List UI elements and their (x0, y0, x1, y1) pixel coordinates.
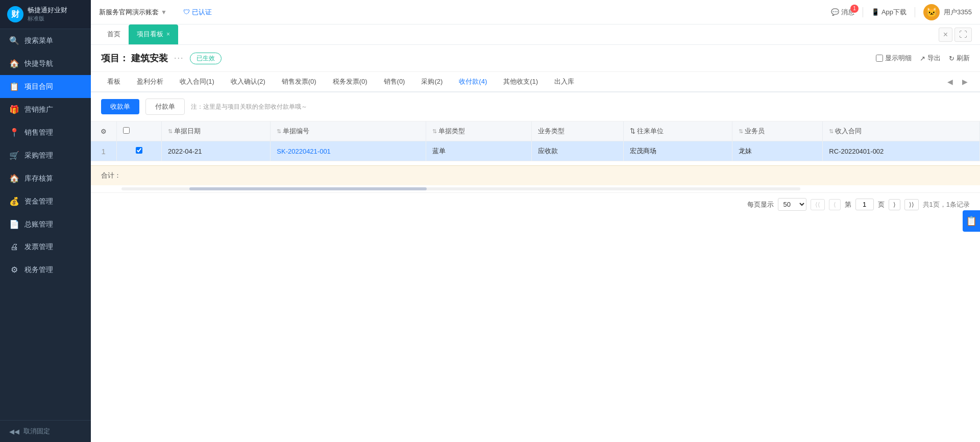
table-header-row: ⚙ 单据日期 单据编号 单据类型 业务类型 ⇅ 往来单位 业务员 收 (91, 121, 980, 141)
sidebar-item-purchase-mgmt[interactable]: 🛒 采购管理 (0, 144, 91, 167)
tab-home-label: 首页 (107, 30, 120, 39)
subnav-item-purchase[interactable]: 采购(2) (413, 72, 451, 92)
type-header[interactable]: 单据类型 (426, 121, 532, 141)
messages-button[interactable]: 💬 消息 1 (831, 8, 854, 17)
sidebar-item-ledger[interactable]: 📄 总账管理 (0, 213, 91, 236)
subnav-item-sales-invoice[interactable]: 销售发票(0) (274, 72, 325, 92)
select-all-checkbox[interactable] (123, 127, 130, 134)
checkbox-header[interactable] (116, 121, 162, 141)
project-more-button[interactable]: ··· (174, 54, 184, 63)
sidebar-item-sales-mgmt[interactable]: 📍 销售管理 (0, 121, 91, 144)
app-name: 畅捷通好业财 (28, 6, 67, 15)
sidebar-item-label: 税务管理 (24, 265, 53, 275)
subnav-item-sales[interactable]: 销售(0) (376, 72, 413, 92)
show-detail-action[interactable]: 显示明细 (876, 54, 912, 63)
sidebar-item-marketing[interactable]: 🎁 营销推广 (0, 98, 91, 121)
sidebar-item-project-contract[interactable]: 📋 项目合同 (0, 75, 91, 98)
sort-icon: ⇅ (630, 127, 638, 135)
float-panel-icon[interactable]: 📋 (963, 210, 980, 232)
income-contract-header[interactable]: 收入合同 (823, 121, 980, 141)
app-download-button[interactable]: 📱 App下载 (871, 8, 906, 17)
row-code-link[interactable]: SK-20220421-001 (277, 148, 331, 155)
fullscreen-button[interactable]: ⛶ (954, 28, 972, 42)
unpin-button[interactable]: ◀◀ 取消固定 (0, 420, 91, 442)
scrollbar-thumb[interactable] (189, 187, 427, 190)
topbar-right: 💬 消息 1 📱 App下载 🐱 用户3355 (831, 4, 972, 20)
export-button[interactable]: ↗ 导出 (920, 54, 941, 63)
salesperson-header[interactable]: 业务员 (732, 121, 823, 141)
subnav-item-income-confirm[interactable]: 收入确认(2) (223, 72, 274, 92)
subnav-item-receipts[interactable]: 收付款(4) (451, 72, 495, 92)
subnav-item-other-receipts[interactable]: 其他收支(1) (495, 72, 546, 92)
settings-header[interactable]: ⚙ (91, 121, 116, 141)
tab-home[interactable]: 首页 (99, 24, 129, 44)
project-status-badge: 已生效 (190, 53, 222, 64)
gear-icon[interactable]: ⚙ (101, 128, 107, 135)
show-detail-checkbox[interactable] (876, 55, 883, 62)
tab-project-board[interactable]: 项目看板 × (129, 24, 178, 44)
row-type: 蓝单 (426, 141, 532, 161)
sidebar-item-search[interactable]: 🔍 搜索菜单 (0, 29, 91, 52)
contract-icon: 📋 (9, 82, 19, 91)
topbar-left: 新服务官网演示账套 ▼ 🛡 已认证 (99, 8, 826, 17)
sidebar-item-quick-nav[interactable]: 🏠 快捷导航 (0, 52, 91, 75)
account-selector[interactable]: 新服务官网演示账套 ▼ (99, 8, 167, 17)
subnav-item-in-out[interactable]: 出入库 (546, 72, 582, 92)
last-page-button[interactable]: ⟩⟩ (904, 199, 919, 210)
partner-header[interactable]: ⇅ 往来单位 (623, 121, 732, 141)
sidebar: 财 畅捷通好业财 标准版 🔍 搜索菜单 🏠 快捷导航 📋 项目合同 🎁 营销推广… (0, 0, 91, 442)
pagination: 每页显示 50 10 20 100 ⟨⟨ ⟨ 第 页 ⟩ ⟩⟩ 共1页，1条记录 (91, 192, 980, 216)
page-size-select[interactable]: 50 10 20 100 (778, 198, 806, 211)
sidebar-item-label: 库存核算 (24, 174, 53, 183)
row-partner: 宏茂商场 (623, 141, 732, 161)
subnav-prev-arrow[interactable]: ◀ (943, 75, 957, 89)
date-header[interactable]: 单据日期 (162, 121, 271, 141)
divider2 (915, 7, 915, 17)
mobile-icon: 📱 (871, 8, 879, 16)
message-icon: 💬 (831, 8, 839, 16)
tab-close-icon[interactable]: × (166, 31, 170, 38)
page-suffix: 页 (878, 200, 885, 209)
refresh-label: 刷新 (957, 54, 970, 63)
subnav-item-kanban[interactable]: 看板 (99, 72, 129, 92)
close-window-button[interactable]: × (939, 28, 952, 42)
refresh-button[interactable]: ↻ 刷新 (949, 54, 970, 63)
subnav: 看板 盈利分析 收入合同(1) 收入确认(2) 销售发票(0) 税务发票(0) … (91, 72, 980, 92)
total-info: 共1页，1条记录 (923, 200, 970, 209)
receipt-tab-button[interactable]: 收款单 (101, 99, 139, 114)
project-header: 项目： 建筑安装 ··· 已生效 显示明细 ↗ 导出 ↻ 刷新 (91, 45, 980, 72)
prev-page-button[interactable]: ⟨ (829, 199, 841, 210)
avatar: 🐱 (923, 4, 940, 20)
row-checkbox-cell[interactable] (116, 141, 162, 161)
page-number-input[interactable] (855, 199, 874, 210)
sidebar-item-invoice-mgmt[interactable]: 🖨 发票管理 (0, 236, 91, 258)
sidebar-item-label: 采购管理 (24, 151, 53, 160)
row-salesperson: 龙妹 (732, 141, 823, 161)
row-biz-type: 应收款 (532, 141, 623, 161)
row-code[interactable]: SK-20220421-001 (271, 141, 426, 161)
code-header[interactable]: 单据编号 (271, 121, 426, 141)
payment-tab-button[interactable]: 付款单 (145, 99, 185, 115)
app-version: 标准版 (28, 15, 67, 22)
show-detail-label: 显示明细 (885, 54, 912, 63)
scrollbar-track[interactable] (121, 187, 800, 190)
user-button[interactable]: 🐱 用户3355 (923, 4, 972, 20)
gift-icon: 🎁 (9, 105, 19, 114)
row-num: 1 (91, 141, 116, 161)
next-page-button[interactable]: ⟩ (889, 199, 900, 210)
row-checkbox[interactable] (136, 147, 142, 154)
sidebar-item-inventory[interactable]: 🏠 库存核算 (0, 167, 91, 190)
page-content: 项目： 建筑安装 ··· 已生效 显示明细 ↗ 导出 ↻ 刷新 (91, 45, 980, 442)
row-date: 2022-04-21 (162, 141, 271, 161)
subnav-item-income-contract[interactable]: 收入合同(1) (172, 72, 223, 92)
subnav-item-profit[interactable]: 盈利分析 (129, 72, 172, 92)
sidebar-item-funds[interactable]: 💰 资金管理 (0, 190, 91, 213)
sidebar-item-tax-mgmt[interactable]: ⚙ 税务管理 (0, 258, 91, 281)
account-name: 新服务官网演示账套 (99, 8, 159, 17)
subnav-next-arrow[interactable]: ▶ (958, 75, 972, 89)
inventory-icon: 🏠 (9, 174, 19, 183)
certified-label: 已认证 (192, 8, 212, 17)
subnav-item-tax-invoice[interactable]: 税务发票(0) (325, 72, 376, 92)
table-row[interactable]: 1 2022-04-21 SK-20220421-001 蓝单 应收款 宏茂商场… (91, 141, 980, 161)
first-page-button[interactable]: ⟨⟨ (811, 199, 825, 210)
